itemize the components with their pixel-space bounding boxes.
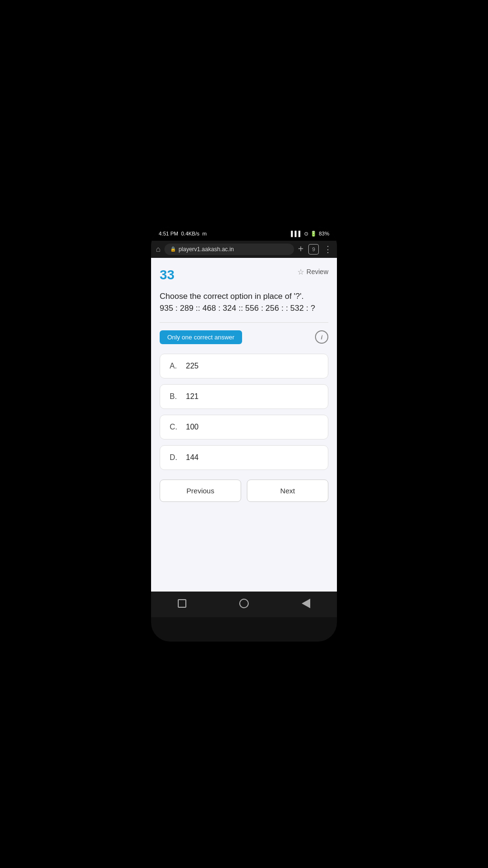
main-content: 33 ☆ Review Choose the correct option in… (151, 258, 337, 592)
bottom-nav-bar (151, 592, 337, 617)
review-label: Review (306, 268, 328, 276)
question-header: 33 ☆ Review (160, 267, 328, 283)
carrier: m (203, 231, 207, 236)
circle-icon (239, 599, 249, 608)
tab-count[interactable]: 9 (308, 244, 319, 255)
wifi-icon: ⊙ (304, 231, 308, 237)
status-left: 4:51 PM 0.4KB/s m (159, 231, 207, 236)
menu-dots-icon[interactable]: ⋮ (324, 244, 332, 255)
time: 4:51 PM (159, 231, 178, 236)
divider (160, 322, 328, 323)
browser-actions: + 9 ⋮ (298, 244, 332, 255)
answer-type-badge: Only one correct answer (160, 330, 242, 344)
add-tab-icon[interactable]: + (298, 244, 304, 255)
option-d[interactable]: D. 144 (160, 445, 328, 470)
badge-area: Only one correct answer i (160, 330, 328, 344)
option-b-label: B. (170, 392, 179, 401)
option-d-value: 144 (186, 453, 199, 462)
option-c[interactable]: C. 100 (160, 415, 328, 439)
speed: 0.4KB/s (181, 231, 200, 236)
star-icon: ☆ (297, 267, 304, 276)
question-number: 33 (160, 267, 174, 283)
option-b[interactable]: B. 121 (160, 384, 328, 409)
battery-percent: 83% (319, 231, 329, 236)
recents-nav-button[interactable] (299, 596, 313, 611)
address-bar[interactable]: 🔒 playerv1.aakash.ac.in (164, 244, 295, 255)
lock-icon: 🔒 (170, 246, 176, 252)
previous-button[interactable]: Previous (160, 480, 241, 502)
signal-icon: ▌▌▌ (291, 231, 302, 236)
url-text: playerv1.aakash.ac.in (179, 246, 234, 253)
option-a-value: 225 (186, 362, 199, 370)
status-right: ▌▌▌ ⊙ 🔋 83% (291, 231, 329, 237)
option-c-value: 100 (186, 423, 199, 431)
back-nav-button[interactable] (175, 596, 189, 611)
option-d-label: D. (170, 453, 179, 462)
browser-bar: ⌂ 🔒 playerv1.aakash.ac.in + 9 ⋮ (151, 241, 337, 258)
options-list: A. 225 B. 121 C. 100 D. 144 (160, 354, 328, 470)
question-text: Choose the correct option in place of '?… (160, 290, 328, 315)
next-button[interactable]: Next (247, 480, 328, 502)
home-nav-button[interactable] (237, 596, 251, 611)
home-button[interactable]: ⌂ (156, 245, 161, 254)
info-icon[interactable]: i (315, 330, 328, 344)
status-bar: 4:51 PM 0.4KB/s m ▌▌▌ ⊙ 🔋 83% (151, 227, 337, 241)
review-button[interactable]: ☆ Review (297, 267, 328, 276)
option-b-value: 121 (186, 392, 199, 401)
option-a-label: A. (170, 362, 179, 370)
question-series: 935 : 289 :: 468 : 324 :: 556 : 256 : : … (160, 304, 315, 313)
battery-icon: 🔋 (310, 231, 317, 237)
option-c-label: C. (170, 423, 179, 431)
option-a[interactable]: A. 225 (160, 354, 328, 378)
phone-frame: 4:51 PM 0.4KB/s m ▌▌▌ ⊙ 🔋 83% ⌂ 🔒 player… (151, 227, 337, 642)
triangle-icon (302, 599, 310, 608)
square-icon (178, 599, 186, 608)
nav-buttons: Previous Next (160, 480, 328, 502)
